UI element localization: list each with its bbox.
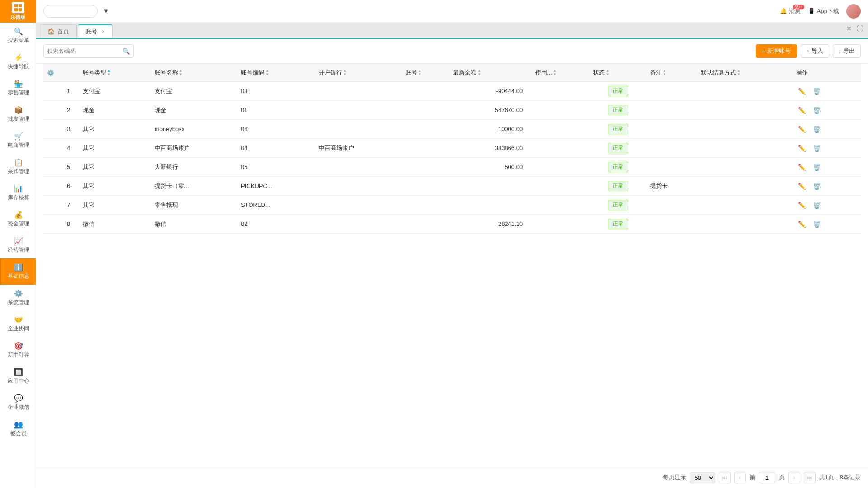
page-input[interactable]: [759, 472, 775, 483]
sort-account-code[interactable]: 账号编码 ▲▼: [241, 69, 269, 77]
topbar-search-input[interactable]: [43, 5, 98, 18]
sidebar-item-app-center[interactable]: 🔲 应用中心: [0, 363, 36, 389]
row-default-settlement: [697, 196, 793, 215]
sidebar-item-member[interactable]: 👥 畅会员: [0, 416, 36, 442]
col-settings[interactable]: ⚙️: [43, 64, 58, 82]
table-row: 8 微信 微信 02 28241.10 正常 ✏️ 🗑️: [43, 215, 861, 234]
sort-bank[interactable]: 开户银行 ▲▼: [319, 69, 347, 77]
page-size-select[interactable]: 50 100 200: [690, 472, 715, 483]
page-first-btn[interactable]: ⏮: [719, 472, 731, 483]
col-bank[interactable]: 开户银行 ▲▼: [315, 64, 401, 82]
delete-btn[interactable]: 🗑️: [811, 87, 822, 96]
action-buttons: ✏️ 🗑️: [796, 201, 857, 210]
page-prev-btn[interactable]: ‹: [734, 472, 746, 483]
import-button[interactable]: ↑ 导入: [801, 44, 829, 58]
row-status: 正常: [590, 196, 646, 215]
row-actions: ✏️ 🗑️: [793, 82, 861, 101]
topbar: ▼ 🔔 消息 99+ 📱 App下载: [36, 0, 868, 23]
sidebar-item-basic-info[interactable]: ℹ️ 基础信息: [0, 258, 36, 285]
sidebar-item-wholesale[interactable]: 📦 批发管理: [0, 101, 36, 127]
toolbar-right: + 新增账号 ↑ 导入 ↓ 导出: [756, 44, 861, 58]
operations-icon: 📈: [14, 237, 23, 245]
edit-btn[interactable]: ✏️: [796, 182, 807, 191]
tab-expand-btn[interactable]: ⛶: [855, 24, 864, 33]
app-sub-label: 乐德版: [10, 14, 25, 21]
sidebar-item-inventory[interactable]: 📊 库存核算: [0, 180, 36, 206]
account-search-button[interactable]: 🔍: [119, 45, 134, 57]
row-account-name: moneybosx: [151, 120, 237, 139]
edit-btn[interactable]: ✏️: [796, 220, 807, 229]
delete-btn[interactable]: 🗑️: [811, 163, 822, 172]
page-label-after: 页: [779, 474, 785, 482]
sort-account-name[interactable]: 账号名称 ▲▼: [155, 69, 183, 77]
page-next-btn[interactable]: ›: [788, 472, 800, 483]
tab-account[interactable]: 账号 ×: [78, 24, 113, 38]
delete-btn[interactable]: 🗑️: [811, 182, 822, 191]
delete-btn[interactable]: 🗑️: [811, 125, 822, 134]
sort-account-no[interactable]: 账号 ▲▼: [406, 69, 422, 77]
col-status[interactable]: 状态 ▲▼: [590, 64, 646, 82]
sort-default-settlement[interactable]: 默认结算方式 ▲▼: [701, 69, 741, 77]
col-usage[interactable]: 使用... ▲▼: [532, 64, 590, 82]
edit-btn[interactable]: ✏️: [796, 106, 807, 115]
edit-btn[interactable]: ✏️: [796, 163, 807, 172]
col-remarks[interactable]: 备注 ▲▼: [646, 64, 697, 82]
account-table: ⚙️ 账号类型 ▲▼ 账号名称 ▲▼: [43, 64, 861, 234]
delete-btn[interactable]: 🗑️: [811, 106, 822, 115]
edit-btn[interactable]: ✏️: [796, 87, 807, 96]
account-search-input[interactable]: [44, 45, 119, 57]
row-actions: ✏️ 🗑️: [793, 177, 861, 196]
page-size-label: 每页显示: [663, 474, 686, 482]
sidebar-item-ecommerce[interactable]: 🛒 电商管理: [0, 127, 36, 154]
row-gear: [43, 196, 58, 215]
topbar-message-btn[interactable]: 🔔 消息 99+: [780, 7, 801, 15]
sidebar-item-operations[interactable]: 📈 经营管理: [0, 232, 36, 258]
col-default-settlement[interactable]: 默认结算方式 ▲▼: [697, 64, 793, 82]
edit-btn[interactable]: ✏️: [796, 201, 807, 210]
row-account-code: PICKUPC...: [237, 177, 315, 196]
export-button[interactable]: ↓ 导出: [833, 44, 861, 58]
sidebar-item-enterprise-wechat[interactable]: 💬 企业微信: [0, 389, 36, 416]
sort-remarks[interactable]: 备注 ▲▼: [650, 69, 666, 77]
col-balance[interactable]: 最新余额 ▲▼: [449, 64, 532, 82]
delete-btn[interactable]: 🗑️: [811, 144, 822, 153]
sort-balance[interactable]: 最新余额 ▲▼: [453, 69, 481, 77]
ecommerce-icon: 🛒: [14, 132, 23, 141]
topbar-dropdown[interactable]: ▼: [103, 8, 109, 14]
sidebar-item-purchase[interactable]: 📋 采购管理: [0, 154, 36, 180]
col-account-type[interactable]: 账号类型 ▲▼: [79, 64, 151, 82]
col-account-no[interactable]: 账号 ▲▼: [402, 64, 450, 82]
add-account-button[interactable]: + 新增账号: [756, 44, 797, 58]
sidebar-item-search[interactable]: 🔍 搜索菜单: [0, 23, 36, 49]
user-avatar[interactable]: [846, 4, 861, 19]
purchase-icon: 📋: [14, 158, 23, 167]
quicknav-icon: ⚡: [14, 53, 23, 62]
content-area: 🔍 + 新增账号 ↑ 导入 ↓ 导出: [36, 39, 868, 488]
tab-account-close[interactable]: ×: [102, 28, 105, 35]
edit-btn[interactable]: ✏️: [796, 125, 807, 134]
tab-close-btn[interactable]: ✕: [844, 24, 854, 33]
row-remarks: [646, 120, 697, 139]
delete-btn[interactable]: 🗑️: [811, 201, 822, 210]
delete-btn[interactable]: 🗑️: [811, 220, 822, 229]
sidebar-item-collab[interactable]: 🤝 企业协同: [0, 311, 36, 337]
sidebar-item-guide[interactable]: 🎯 新手引导: [0, 337, 36, 363]
col-account-code[interactable]: 账号编码 ▲▼: [237, 64, 315, 82]
row-account-code: 02: [237, 215, 315, 234]
tab-home[interactable]: 🏠 首页: [40, 24, 77, 38]
status-badge: 正常: [608, 200, 628, 210]
sort-usage[interactable]: 使用... ▲▼: [535, 69, 557, 77]
sidebar-item-retail[interactable]: 🏪 零售管理: [0, 75, 36, 101]
sidebar-item-quicknav[interactable]: ⚡ 快捷导航: [0, 49, 36, 75]
row-account-no: [402, 82, 450, 101]
col-account-name[interactable]: 账号名称 ▲▼: [151, 64, 237, 82]
sort-status[interactable]: 状态 ▲▼: [593, 69, 609, 77]
topbar-app-download[interactable]: 📱 App下载: [808, 7, 839, 15]
page-last-btn[interactable]: ⏭: [804, 472, 816, 483]
tabbar: 🏠 首页 账号 ×: [36, 23, 868, 39]
sidebar-item-finance[interactable]: 💰 资金管理: [0, 206, 36, 232]
sidebar-item-system[interactable]: ⚙️ 系统管理: [0, 285, 36, 311]
row-usage: [532, 177, 590, 196]
sort-account-type[interactable]: 账号类型 ▲▼: [83, 69, 111, 77]
edit-btn[interactable]: ✏️: [796, 144, 807, 153]
